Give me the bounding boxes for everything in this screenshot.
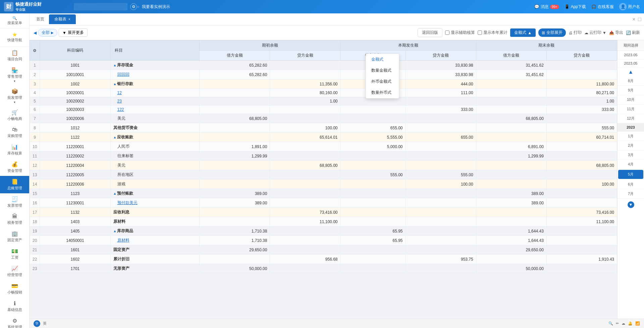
online-service-item[interactable]: 🎧 在线客服 [591, 4, 614, 10]
window-close-icon[interactable]: × [632, 16, 635, 22]
account-name-bold[interactable]: 应收利息 [113, 210, 129, 214]
period-5[interactable]: 5月 [618, 170, 643, 179]
row-number: 16 [30, 198, 40, 208]
expand-all-btn[interactable]: ⊞ 全部展开 [538, 28, 566, 37]
sidebar-item-小畅电商[interactable]: 🛒小畅电商 [0, 107, 29, 124]
account-name-bold[interactable]: 库存现金 [117, 63, 133, 67]
account-name-bold[interactable]: 预付账款 [117, 191, 133, 196]
refresh-btn[interactable]: 🔄 刷新 [626, 30, 640, 36]
account-name-bold[interactable]: 银行存款 [117, 81, 133, 86]
account-name-bold[interactable]: 无形资产 [113, 266, 129, 271]
account-name-bold[interactable]: 累计折旧 [113, 257, 129, 261]
period-1[interactable]: 1月 [618, 132, 644, 141]
window-restore-icon[interactable]: □ [638, 16, 641, 22]
period-9[interactable]: 9月 [618, 86, 644, 95]
period-4[interactable]: 4月 [618, 160, 644, 169]
period-3[interactable]: 3月 [618, 150, 644, 160]
sidebar-icon: 📋 [11, 50, 18, 56]
period-down-arrow[interactable]: ▼ [628, 201, 634, 208]
tree-expand-icon[interactable]: ▲ [113, 229, 117, 233]
sidebar-item-批发管理[interactable]: 📦批发管理▼ [0, 85, 29, 107]
table-row: 9 1122 ▲应收账款 65,614.01 5,555.00 655.00 6… [30, 133, 617, 142]
sidebar-search[interactable]: 🔍 搜索菜单 [0, 13, 29, 28]
account-name-link[interactable]: 122 [117, 107, 124, 112]
account-name-bold[interactable]: 固定资产 [113, 247, 129, 252]
left-arrow-icon[interactable]: ◀ [34, 30, 37, 35]
period-8[interactable]: 8月 [618, 76, 644, 86]
status-cloud-icon[interactable]: ☁ [622, 321, 625, 326]
sidebar-item-发票管理[interactable]: 🧾发票管理 [0, 193, 29, 211]
status-bell-icon[interactable]: 🔔 [628, 321, 633, 326]
mode-btn[interactable]: 金额式 ▲ [510, 28, 536, 37]
period-up-arrow[interactable]: ▲ [618, 68, 644, 76]
yearly-checkbox[interactable] [478, 30, 482, 35]
sidebar-item-系统管理[interactable]: ⚙系统管理 [0, 315, 29, 328]
row-name-cell: 23 [110, 97, 200, 106]
period-11[interactable]: 11月 [618, 105, 644, 114]
sidebar-item-项目合同[interactable]: 📋项目合同 [0, 47, 29, 64]
account-name-link[interactable]: 预付款美元 [117, 200, 138, 205]
dropdown-item-金额式[interactable]: 金额式 [366, 54, 399, 65]
period-item-2023-05-top[interactable]: 2023.05 [618, 51, 644, 59]
sidebar-item-采购管理[interactable]: 🛍采购管理 [0, 124, 29, 141]
sidebar-item-基础信息[interactable]: ℹ基础信息 [0, 298, 29, 315]
settings-icon[interactable]: ⚙ [130, 3, 137, 10]
dropdown-item-外币金额式[interactable]: 外币金额式 [366, 76, 399, 87]
message-item[interactable]: 💬 消息 99+ [534, 4, 559, 10]
period-6[interactable]: 6月 [618, 180, 644, 189]
table-row: 23 1701 无形资产 50,000.00 50,000.00 [30, 264, 617, 273]
expand-more-btn[interactable]: ▼ 展开更多 [59, 28, 88, 37]
tab-close-icon[interactable]: × [68, 17, 70, 21]
status-wifi-icon[interactable]: 📶 [635, 321, 640, 326]
status-edit-icon[interactable]: ✏ [616, 321, 619, 326]
tab-yue-biao[interactable]: 余额表 × [49, 14, 76, 24]
filter-tag[interactable]: 全部 ▶ [38, 29, 57, 37]
account-name-link[interactable]: 23 [117, 99, 122, 104]
account-name-link[interactable]: 原材料 [117, 238, 129, 243]
period-10[interactable]: 10月 [618, 95, 644, 105]
tree-expand-icon[interactable]: ▲ [113, 135, 117, 139]
account-name-bold[interactable]: 库存商品 [117, 228, 133, 233]
status-en[interactable]: 英 [43, 321, 47, 326]
tabbar: 首页 余额表 × × □ [30, 13, 644, 25]
status-search-icon[interactable]: 🔍 [608, 321, 613, 326]
show-auxiliary-check[interactable]: 显示辅助核算 [445, 30, 475, 36]
period-12[interactable]: 12月 [618, 114, 644, 123]
account-name-link[interactable]: 12 [117, 90, 122, 95]
sidebar-item-库存核算[interactable]: 📊库存核算 [0, 141, 29, 158]
period-2[interactable]: 2月 [618, 141, 644, 150]
tree-expand-icon[interactable]: ▲ [113, 82, 117, 86]
sidebar-item-资金管理[interactable]: 💰资金管理 [0, 158, 29, 176]
sidebar-item-工资[interactable]: 💵工资 [0, 245, 29, 263]
user-item[interactable]: 👤 用户名 [619, 3, 640, 10]
sidebar-item-总账管理[interactable]: 📒总账管理 [0, 176, 29, 193]
sidebar-item-小畅报销[interactable]: 💳小畅报销 [0, 280, 29, 298]
cloud-print-btn[interactable]: ☁ 云打印 ▼ [584, 30, 606, 36]
status-lang-icon[interactable]: 字 [34, 320, 40, 327]
account-name-bold[interactable]: 其他货币资金 [113, 125, 138, 130]
app-download-item[interactable]: 📱 App下载 [565, 4, 586, 10]
period-7[interactable]: 7月 [618, 189, 644, 199]
col-settings[interactable]: ⚙ [30, 41, 40, 61]
sidebar-item-固定资产[interactable]: 🏢固定资产 [0, 228, 29, 245]
period-year-2023[interactable]: 2023 [618, 123, 644, 132]
sidebar-item-零售管理[interactable]: 🏪零售管理▼ [0, 64, 29, 85]
account-name-bold[interactable]: 应收账款 [117, 135, 133, 139]
dropdown-item-数量外币式[interactable]: 数量外币式 [366, 87, 399, 98]
return-old-btn[interactable]: 退回旧版 [418, 28, 442, 37]
curr-credit: 555.00 [406, 170, 476, 180]
auxiliary-checkbox[interactable] [445, 30, 449, 35]
sidebar-item-税务管理[interactable]: 🏛税务管理 [0, 211, 29, 228]
export-btn[interactable]: 📤 导出 [609, 30, 623, 36]
tree-expand-icon[interactable]: ▲ [113, 63, 117, 67]
tree-expand-icon[interactable]: ▲ [113, 192, 117, 195]
sidebar-item-经营管理[interactable]: 📈经营管理 [0, 263, 29, 280]
print-btn[interactable]: 🖨 打印 [569, 30, 582, 36]
account-name-link[interactable]: 回回回 [117, 72, 129, 77]
demo-button[interactable]: 我要看实例演示 [142, 4, 170, 10]
tab-home[interactable]: 首页 [32, 14, 48, 24]
account-name-bold[interactable]: 原材料 [113, 219, 125, 224]
show-yearly-check[interactable]: 显示本年累计 [478, 30, 507, 36]
dropdown-item-数量金额式[interactable]: 数量金额式 [366, 65, 399, 76]
period-item-2023-05-2[interactable]: 2023.05 [618, 59, 644, 68]
